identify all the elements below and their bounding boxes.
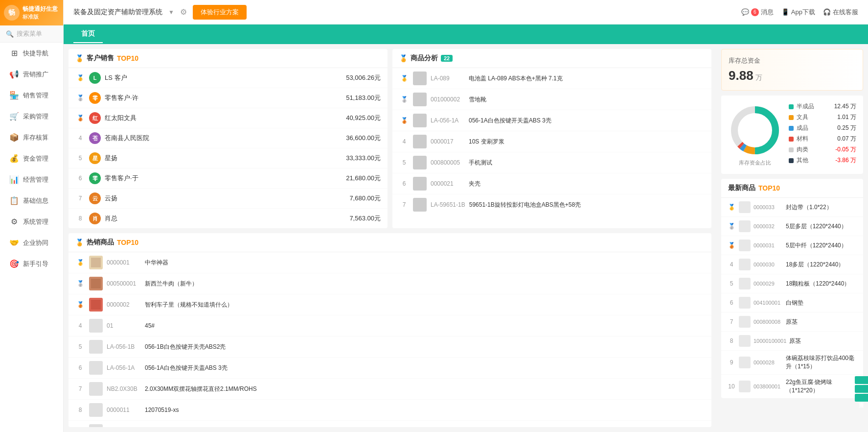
marketing-icon: 📢: [9, 70, 19, 79]
finance-icon: 💰: [9, 154, 19, 163]
basics-icon: 📋: [9, 196, 19, 205]
product-name: 056-1B白色按键开关壳ABS2壳: [145, 343, 705, 351]
legend-color-dot: [789, 115, 794, 120]
product-code: 0000029: [754, 281, 783, 287]
legend-value: 12.45 万: [834, 102, 856, 111]
logo-line1: 畅捷通好生意: [23, 5, 58, 13]
rank-number: 6: [727, 299, 736, 306]
customer-top10-header: 🏅 客户销售 TOP10: [69, 49, 388, 68]
product-thumbnail: [89, 277, 103, 290]
donut-svg: [728, 103, 782, 157]
middle-content: 🏅 客户销售 TOP10 🥇 L LS 客户 53,006.26元 🥈 零: [64, 44, 716, 432]
app-download-button[interactable]: 📱 App下载: [781, 8, 815, 17]
cs-hotline-button[interactable]: 客服热线: [855, 376, 868, 384]
gear-icon[interactable]: ⚙: [180, 7, 187, 17]
avatar: 零: [89, 172, 101, 184]
system-name: 装备及固定资产辅助管理系统: [73, 8, 162, 17]
hot-product-row-9: 9 KK-SD22110H 花语萌恒温分腿睡袋（厚款）: [69, 421, 711, 427]
message-button[interactable]: 💬 6 消息: [741, 8, 774, 17]
content: 🏅 客户销售 TOP10 🥇 L LS 客户 53,006.26元 🥈 零: [64, 44, 868, 432]
product-img: [413, 72, 427, 85]
new-product-row-6: 6 004100001 白钢垫: [721, 293, 863, 312]
sidebar-item-label: 销售管理: [23, 91, 48, 100]
product-img: [739, 259, 751, 270]
new-product-row-4: 4 0000030 18多层（1220*2440）: [721, 255, 863, 274]
product-code: 0000011: [107, 407, 141, 413]
inventory-card: 库存总资金 9.88 万: [721, 49, 863, 91]
product-rank-row-1: 🥇 LA-089 电池盖 LA-089 ABS本色+黑种 7.1克: [392, 68, 711, 89]
cs-community-button[interactable]: 服务社区: [855, 385, 868, 393]
product-img: [739, 201, 751, 213]
home-icon: ⊞: [9, 48, 19, 58]
sidebar-item-marketing[interactable]: 📢 营销推广: [0, 64, 63, 85]
customer-row-6: 6 零 零售客户·于 21,680.00元: [69, 168, 388, 189]
service-label: 在线客服: [833, 8, 858, 17]
rank-number: 5: [75, 343, 85, 350]
system-icon: ⚙: [9, 217, 19, 226]
sidebar-item-finance[interactable]: 💰 资金管理: [0, 148, 63, 169]
product-code: 0000030: [754, 262, 783, 267]
product-img: [89, 319, 103, 333]
ops-icon: 📊: [9, 175, 19, 184]
rank-medal-icon: 🥇: [75, 259, 85, 266]
product-name: 夹壳: [469, 180, 705, 188]
product-name: 电池盖 LA-089 ABS本色+黑种 7.1克: [469, 74, 705, 83]
sidebar-item-system[interactable]: ⚙ 系统管理: [0, 211, 63, 232]
cs-live-button[interactable]: 直播: [855, 394, 868, 402]
legend-item-5: 其他 -3.86 万: [789, 156, 856, 165]
hot-products-header: 🏅 热销商品 TOP10: [69, 233, 711, 252]
sidebar-item-label: 库存核算: [23, 133, 48, 142]
product-img: [413, 177, 427, 191]
avatar: 肖: [89, 213, 101, 224]
rank-number: 6: [75, 175, 85, 182]
sidebar-item-sales[interactable]: 🏪 销售管理: [0, 85, 63, 106]
product-img: [89, 424, 103, 427]
rank-medal-icon: 🥉: [75, 301, 85, 308]
message-badge: 6: [751, 8, 759, 16]
product-ranking-badge: 22: [441, 55, 453, 62]
product-img: [739, 357, 751, 368]
sidebar-item-basics[interactable]: 📋 基础信息: [0, 190, 63, 211]
product-code: 000800008: [754, 319, 783, 325]
inventory-title: 库存总资金: [729, 56, 856, 65]
product-name: 2.0X30MM双摆花轴摆花直径2.1MM/ROHS: [145, 385, 705, 393]
hot-product-row-3: 🥉 0000002 智利车子里（规格不知道填什么）: [69, 294, 711, 315]
svg-rect-2: [91, 300, 101, 310]
main-area: 装备及固定资产辅助管理系统 ▼ ⚙ 体验行业方案 💬 6 消息 📱 App下载 …: [64, 0, 868, 432]
legend-value: 1.01 万: [837, 113, 856, 121]
customer-top10-title: 客户销售: [87, 54, 114, 63]
sidebar-item-quick-nav[interactable]: ⊞ 快捷导航: [0, 43, 63, 64]
sidebar: 畅 畅捷通好生意 标准版 🔍 搜索菜单 ⊞ 快捷导航 📢 营销推广 🏪 销售管理…: [0, 0, 64, 432]
legend-name: 材料: [797, 135, 834, 143]
product-code: 000800005: [431, 159, 465, 166]
product-name: 5层多层（1220*2440）: [786, 222, 857, 231]
page-nav-home[interactable]: 首页: [73, 25, 103, 43]
sidebar-item-label: 系统管理: [23, 217, 48, 226]
product-rank-row-2: 🥈 001000002 雪地靴: [392, 89, 711, 110]
page-nav: 首页: [64, 24, 868, 44]
product-code: NB2.0X30B: [107, 385, 141, 392]
online-service-button[interactable]: 🎧 在线客服: [823, 8, 858, 17]
search-menu-row[interactable]: 🔍 搜索菜单: [0, 25, 63, 43]
logo-line2: 标准版: [23, 13, 58, 20]
sidebar-item-label: 基础信息: [23, 196, 48, 205]
sidebar-item-newbie[interactable]: 🎯 新手引导: [0, 253, 63, 274]
customer-top10-panel: 🏅 客户销售 TOP10 🥇 L LS 客户 53,006.26元 🥈 零: [69, 49, 388, 228]
avatar: 星: [89, 152, 101, 164]
sidebar-item-label: 快捷导航: [23, 49, 48, 58]
trial-button[interactable]: 体验行业方案: [193, 5, 247, 20]
customer-amount: 7,680.00元: [349, 194, 381, 203]
inventory-amount-value: 9.88: [729, 68, 754, 83]
customer-name: 肖总: [105, 214, 345, 223]
sidebar-item-inventory[interactable]: 📦 库存核算: [0, 127, 63, 148]
product-code: 0000028: [754, 360, 783, 365]
sidebar-item-purchase[interactable]: 🛒 采购管理: [0, 106, 63, 127]
product-img: [89, 361, 103, 375]
customer-name: 云扬: [105, 194, 345, 203]
message-label: 消息: [761, 8, 774, 17]
sidebar-item-operations[interactable]: 📊 经营管理: [0, 169, 63, 190]
sidebar-item-corp[interactable]: 🤝 企业协同: [0, 232, 63, 253]
customer-name: 苍南县人民医院: [105, 134, 342, 143]
customer-row-1: 🥇 L LS 客户 53,006.26元: [69, 68, 388, 88]
rank-number: 5: [75, 155, 85, 162]
